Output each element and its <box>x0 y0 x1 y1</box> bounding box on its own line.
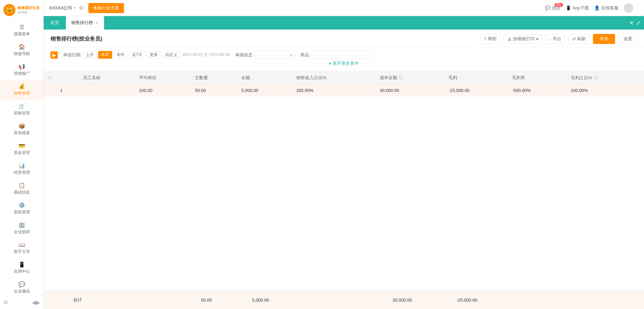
col-cost: 成本全额 ⓘ <box>376 71 444 85</box>
row-gross: -25,000.00 <box>444 85 508 97</box>
tab-sales-rank[interactable]: 销售排行榜 ✕ <box>66 16 104 30</box>
trial-btn[interactable]: 体验行业方案 <box>88 3 124 13</box>
sales-icon: 💰 <box>18 83 25 90</box>
sidebar-item-label: 系统管理 <box>14 209 30 215</box>
sidebar-item-finance[interactable]: 💳 资金管理 <box>0 139 43 159</box>
sidebar-item-search[interactable]: ☰ 搜索菜单 <box>0 20 43 40</box>
inventory-icon: 📦 <box>18 123 25 129</box>
footer-gross: -25,000.00 <box>453 294 516 306</box>
message-btn[interactable]: 💬 消息 99+ <box>545 5 560 11</box>
expand-more-btn[interactable]: ▾ 展开更多条件 <box>50 59 637 68</box>
filter-date-item: 单据日期 上月 本月 本年 近7天 更多 自定义 2023-06-01 至 20… <box>63 51 230 59</box>
table-header-row: ⚙ 员工名称 平均单价 主数量 全额 销售收入占比% 成本全额 ⓘ 毛利 <box>44 71 644 85</box>
apps-icon: 📱 <box>18 261 25 268</box>
footer-row: 合计 50.00 5,000.00 30,000.00 -25,000.00 <box>44 291 644 309</box>
sidebar-item-baseinfo[interactable]: 📋 基础信息 <box>0 179 43 199</box>
cur-month-btn[interactable]: 本月 <box>98 51 112 59</box>
sidebar-item-sales[interactable]: 💰 销售管理 <box>0 80 43 100</box>
tabbar: 首页 销售排行榜 ✕ ✕ ⤢ <box>44 16 644 30</box>
guide-icon: 📖 <box>18 242 25 248</box>
page-actions: ? 帮助 🖨 按模板打印 ▾ ↓ 导出 ↺ 刷新 查询 设置 <box>480 34 637 44</box>
avatar[interactable] <box>624 3 633 13</box>
sidebar-nav: ☰ 搜索菜单 🏠 快捷导航 📢 营销推广 💰 销售管理 🛒 采购管理 📦 库存核… <box>0 20 43 296</box>
col-avg-price: 平均单价 <box>135 71 191 85</box>
page-header: 销售排行榜(按业务员) ? 帮助 🖨 按模板打印 ▾ ↓ 导出 ↺ 刷新 查询 … <box>44 30 644 47</box>
expand-icon: ▾ <box>329 61 331 66</box>
restore-icon[interactable]: ⤢ <box>636 20 641 26</box>
logo-sub: 标准版 <box>17 10 40 15</box>
print-btn[interactable]: 🖨 按模板打印 ▾ <box>504 34 542 44</box>
online-service-btn[interactable]: 👤 在线客服 <box>594 5 618 11</box>
sidebar: 🐱 畅康通好生意 标准版 ☰ 搜索菜单 🏠 快捷导航 📢 营销推广 💰 销售管理… <box>0 0 44 309</box>
sidebar-item-guide[interactable]: 📖 新手引导 <box>0 238 43 258</box>
export-btn[interactable]: ↓ 导出 <box>546 34 565 44</box>
wechat-icon: 💬 <box>18 281 25 288</box>
settings-bottom-icon[interactable]: ⚙ <box>3 299 8 306</box>
goods-more-icon[interactable]: ... <box>376 53 379 57</box>
help-icon: ? <box>484 37 486 42</box>
custom-btn[interactable]: 自定义 <box>162 51 180 59</box>
close-all-tabs-icon[interactable]: ✕ <box>629 20 634 26</box>
purchase-icon: 🛒 <box>18 103 25 109</box>
table-row: 1 100.00 50.00 5,000.00 100.00% 30,000.0… <box>44 85 644 97</box>
sidebar-item-quicknav[interactable]: 🏠 快捷导航 <box>0 40 43 60</box>
table-settings-icon[interactable]: ⚙ <box>48 75 52 81</box>
tab-home[interactable]: 首页 <box>44 16 66 30</box>
goods-label: 商品 <box>300 52 309 58</box>
row-main-qty: 50.00 <box>191 85 237 97</box>
last7-btn[interactable]: 近7天 <box>129 51 145 59</box>
filter-row: ▶ 单据日期 上月 本月 本年 近7天 更多 自定义 2023-06-01 至 … <box>50 51 637 59</box>
row-settings <box>44 85 56 97</box>
cur-year-btn[interactable]: 本年 <box>114 51 128 59</box>
footer-avg-price <box>133 294 197 306</box>
sidebar-item-label: 快捷导航 <box>14 51 30 57</box>
tab-close-icon[interactable]: ✕ <box>95 20 98 25</box>
status-select[interactable] <box>255 51 295 59</box>
table-wrapper: ⚙ 员工名称 平均单价 主数量 全额 销售收入占比% 成本全额 ⓘ 毛利 <box>44 71 644 309</box>
refresh-btn[interactable]: ↺ 刷新 <box>568 34 590 44</box>
more-btn[interactable]: 更多 <box>147 51 161 59</box>
settings-btn[interactable]: 设置 <box>618 34 637 44</box>
sidebar-item-label: 库存核算 <box>14 130 30 136</box>
refresh-icon: ↺ <box>572 37 576 42</box>
topbar-settings-icon[interactable]: ⚙ <box>79 5 84 11</box>
help-btn[interactable]: ? 帮助 <box>480 34 500 44</box>
col-sales-pct: 销售收入占比% <box>292 71 376 85</box>
collapse-icon[interactable]: ◀▶ <box>32 299 40 306</box>
prev-month-btn[interactable]: 上月 <box>83 51 97 59</box>
footer-cost: 30,000.00 <box>389 294 453 306</box>
sidebar-item-apps[interactable]: 📱 应用中心 <box>0 258 43 278</box>
sidebar-item-label: 企业协同 <box>14 229 30 235</box>
date-range-text: 2023-06-01 至 2023-06-30 <box>182 52 230 58</box>
sidebar-item-purchase[interactable]: 🛒 采购管理 <box>0 100 43 119</box>
enterprise-icon: 🏢 <box>18 222 25 228</box>
cost-info-icon[interactable]: ⓘ <box>399 75 403 80</box>
sidebar-item-inventory[interactable]: 📦 库存核算 <box>0 119 43 139</box>
row-gross-pct: 100.00% <box>567 85 644 97</box>
row-cost: 30,000.00 <box>376 85 444 97</box>
filter-area: ▶ 单据日期 上月 本月 本年 近7天 更多 自定义 2023-06-01 至 … <box>44 47 644 71</box>
topbar-right: 💬 消息 99+ 📱 App下载 👤 在线客服 <box>545 3 639 13</box>
filter-goods-item: 商品 ... <box>300 51 379 59</box>
baseinfo-icon: 📋 <box>18 182 25 189</box>
app-download-btn[interactable]: 📱 App下载 <box>566 5 589 11</box>
row-sales-pct: 100.00% <box>292 85 376 97</box>
sidebar-item-system[interactable]: ⚙️ 系统管理 <box>0 199 43 218</box>
sidebar-item-wechat[interactable]: 💬 企业微信 <box>0 278 43 296</box>
col-main-qty: 主数量 <box>191 71 237 85</box>
query-btn[interactable]: 查询 <box>593 34 615 44</box>
col-settings[interactable]: ⚙ <box>44 71 56 85</box>
date-label: 单据日期 <box>63 52 81 58</box>
sidebar-item-enterprise[interactable]: 🏢 企业协同 <box>0 218 43 238</box>
sidebar-item-operations[interactable]: 📊 经营管理 <box>0 159 43 179</box>
page-title: 销售排行榜(按业务员) <box>50 36 102 43</box>
company-selector[interactable]: XXXXX公司 ▾ <box>49 5 76 11</box>
message-icon: 💬 <box>545 5 550 10</box>
operations-icon: 📊 <box>18 162 25 169</box>
sidebar-item-marketing[interactable]: 📢 营销推广 <box>0 60 43 80</box>
gross-pct-info-icon[interactable]: ⓘ <box>594 75 598 80</box>
filter-expand-arrow[interactable]: ▶ <box>50 51 58 59</box>
row-amount: 5,000.00 <box>237 85 292 97</box>
marketing-icon: 📢 <box>18 63 25 70</box>
goods-input[interactable] <box>311 51 374 59</box>
